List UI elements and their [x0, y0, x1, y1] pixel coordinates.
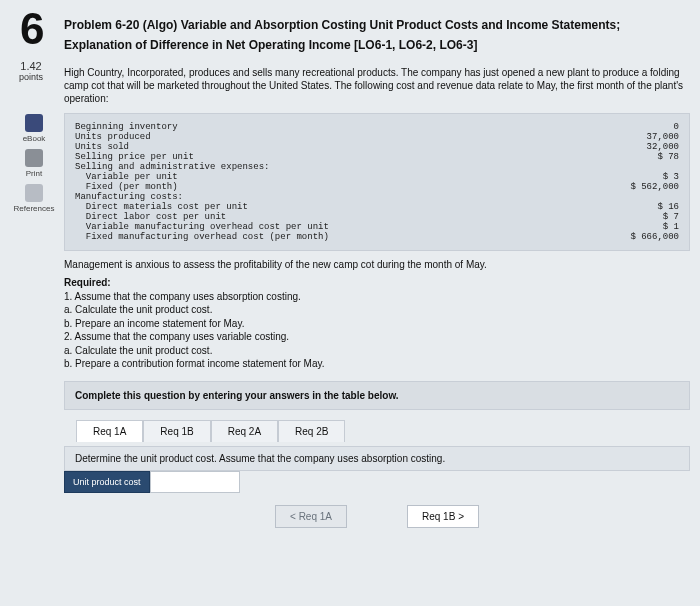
- data-label: Selling price per unit: [75, 152, 599, 162]
- required-line: a. Calculate the unit product cost.: [64, 344, 690, 358]
- sidebar-print[interactable]: Print: [8, 169, 60, 178]
- references-icon[interactable]: [25, 184, 43, 202]
- data-row: Direct labor cost per unit$ 7: [75, 212, 679, 222]
- data-label: Units produced: [75, 132, 599, 142]
- data-row: Variable manufacturing overhead cost per…: [75, 222, 679, 232]
- tab-req-2b[interactable]: Req 2B: [278, 420, 345, 442]
- data-row: Units produced37,000: [75, 132, 679, 142]
- tab-bar: Req 1AReq 1BReq 2AReq 2B: [76, 420, 690, 442]
- print-icon[interactable]: [25, 149, 43, 167]
- data-value: [599, 162, 679, 172]
- data-label: Beginning inventory: [75, 122, 599, 132]
- data-label: Variable per unit: [75, 172, 599, 182]
- required-line: b. Prepare an income statement for May.: [64, 317, 690, 331]
- data-label: Manufacturing costs:: [75, 192, 599, 202]
- data-value: $ 3: [599, 172, 679, 182]
- data-label: Units sold: [75, 142, 599, 152]
- instruction-bar: Complete this question by entering your …: [64, 381, 690, 410]
- data-label: Direct materials cost per unit: [75, 202, 599, 212]
- after-text: Management is anxious to assess the prof…: [64, 259, 690, 270]
- ebook-icon[interactable]: [25, 114, 43, 132]
- data-row: Manufacturing costs:: [75, 192, 679, 202]
- data-row: Selling and administrative expenses:: [75, 162, 679, 172]
- data-table: Beginning inventory0Units produced37,000…: [64, 113, 690, 251]
- required-heading: Required:: [64, 277, 111, 288]
- intro-text: High Country, Incorporated, produces and…: [64, 66, 690, 105]
- data-label: Selling and administrative expenses:: [75, 162, 599, 172]
- sidebar-references[interactable]: References: [8, 204, 60, 213]
- data-value: $ 78: [599, 152, 679, 162]
- data-value: $ 1: [599, 222, 679, 232]
- data-row: Direct materials cost per unit$ 16: [75, 202, 679, 212]
- data-value: $ 16: [599, 202, 679, 212]
- points-block: 1.42 points: [6, 60, 56, 82]
- points-label: points: [6, 72, 56, 82]
- tab-req-1b[interactable]: Req 1B: [143, 420, 210, 442]
- data-row: Selling price per unit$ 78: [75, 152, 679, 162]
- required-line: a. Calculate the unit product cost.: [64, 303, 690, 317]
- unit-product-cost-input[interactable]: [150, 471, 240, 493]
- data-value: 37,000: [599, 132, 679, 142]
- data-value: $ 666,000: [599, 232, 679, 242]
- data-value: $ 562,000: [599, 182, 679, 192]
- data-row: Variable per unit$ 3: [75, 172, 679, 182]
- sidebar: eBook Print References: [8, 108, 60, 213]
- problem-title-1: Problem 6-20 (Algo) Variable and Absorpt…: [64, 18, 690, 32]
- data-row: Beginning inventory0: [75, 122, 679, 132]
- sidebar-ebook[interactable]: eBook: [8, 134, 60, 143]
- required-line: 2. Assume that the company uses variable…: [64, 330, 690, 344]
- data-label: Fixed manufacturing overhead cost (per m…: [75, 232, 599, 242]
- data-row: Units sold32,000: [75, 142, 679, 152]
- answer-row: Unit product cost: [64, 471, 690, 493]
- data-label: Direct labor cost per unit: [75, 212, 599, 222]
- determine-text: Determine the unit product cost. Assume …: [64, 446, 690, 471]
- data-value: 32,000: [599, 142, 679, 152]
- tab-req-1a[interactable]: Req 1A: [76, 420, 143, 442]
- data-row: Fixed manufacturing overhead cost (per m…: [75, 232, 679, 242]
- nav-bar: < Req 1A Req 1B >: [64, 505, 690, 528]
- required-line: 1. Assume that the company uses absorpti…: [64, 290, 690, 304]
- data-value: $ 7: [599, 212, 679, 222]
- data-value: 0: [599, 122, 679, 132]
- nav-prev-button: < Req 1A: [275, 505, 347, 528]
- required-block: Required: 1. Assume that the company use…: [64, 276, 690, 371]
- question-number: 6: [20, 4, 44, 54]
- data-label: Fixed (per month): [75, 182, 599, 192]
- answer-header: Unit product cost: [64, 471, 150, 493]
- tab-req-2a[interactable]: Req 2A: [211, 420, 278, 442]
- data-value: [599, 192, 679, 202]
- problem-title-2: Explanation of Difference in Net Operati…: [64, 38, 690, 52]
- nav-next-button[interactable]: Req 1B >: [407, 505, 479, 528]
- points-value: 1.42: [6, 60, 56, 72]
- data-row: Fixed (per month)$ 562,000: [75, 182, 679, 192]
- data-label: Variable manufacturing overhead cost per…: [75, 222, 599, 232]
- required-line: b. Prepare a contribution format income …: [64, 357, 690, 371]
